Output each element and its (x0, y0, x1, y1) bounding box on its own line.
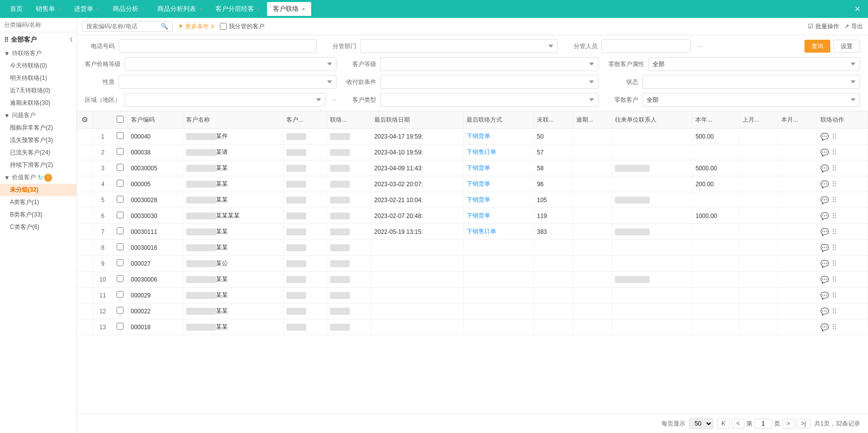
grid-action-icon[interactable]: ⠿ (832, 244, 837, 252)
grid-action-icon[interactable]: ⠿ (832, 276, 837, 284)
row-checkbox[interactable] (117, 180, 124, 187)
home-tab[interactable]: 首页 (4, 2, 29, 16)
row-checkbox[interactable] (117, 164, 124, 171)
row-checkbox[interactable] (117, 132, 124, 139)
close-icon[interactable]: × (199, 6, 202, 12)
message-icon[interactable]: 💬 (820, 148, 829, 156)
group-value-customers[interactable]: ▼ 价值客户 ↻ ! (0, 171, 76, 184)
all-customers-title[interactable]: ⠿ 全部客户 《 (0, 32, 76, 47)
first-page-button[interactable]: K (717, 419, 730, 429)
search-icon[interactable]: 🔍 (161, 23, 168, 30)
tab-product-analysis-list[interactable]: 商品分析列表 × (151, 2, 208, 16)
customer-type-select[interactable] (380, 93, 598, 107)
sidebar-item-tomorrow-pending[interactable]: 明天待联络(1) (0, 72, 76, 84)
message-icon[interactable]: 💬 (820, 323, 829, 331)
collapse-icon[interactable]: 《 (67, 36, 72, 44)
retail-attr-select[interactable]: 全部 (648, 57, 860, 71)
grid-action-icon[interactable]: ⠿ (832, 148, 837, 156)
window-close-button[interactable]: × (851, 4, 864, 14)
retail-select[interactable]: 全部 (642, 93, 860, 107)
message-icon[interactable]: 💬 (820, 180, 829, 188)
overdue-column-header[interactable]: 逾期... (573, 111, 612, 129)
message-icon[interactable]: 💬 (820, 212, 829, 220)
sidebar-item-class-a[interactable]: A类客户(1) (0, 196, 76, 209)
batch-ops-button[interactable]: ☑ 批量操作 (808, 22, 839, 31)
grid-action-icon[interactable]: ⠿ (832, 323, 837, 331)
category-search-input[interactable] (4, 21, 77, 28)
last-method-link[interactable]: 下销售订单 (467, 228, 496, 235)
page-number-input[interactable] (754, 419, 772, 429)
grid-action-icon[interactable]: ⠿ (832, 291, 837, 299)
message-icon[interactable]: 💬 (820, 244, 829, 252)
group-problem-customers[interactable]: ▼ 问题客户 (0, 109, 76, 122)
tab-customer-segment[interactable]: 客户分层经客 × (209, 2, 266, 16)
refresh-icon[interactable]: ↻ (38, 174, 43, 181)
sidebar-item-class-b[interactable]: B类客户(33) (0, 209, 76, 221)
row-checkbox[interactable] (117, 323, 124, 330)
message-icon[interactable]: 💬 (820, 291, 829, 299)
tab-sales-order[interactable]: 销售单 × (30, 2, 67, 16)
uncontacted-column-header[interactable]: 未联... (534, 111, 573, 129)
message-icon[interactable]: 💬 (820, 260, 829, 268)
message-icon[interactable]: 💬 (820, 276, 829, 284)
prev-page-button[interactable]: < (732, 419, 744, 429)
settings-icon[interactable]: ⚙ (80, 115, 90, 124)
row-checkbox[interactable] (117, 243, 124, 250)
sidebar-item-declining[interactable]: 持续下滑客户(2) (0, 159, 76, 171)
payment-select[interactable] (380, 75, 598, 89)
last-method-link[interactable]: 下销货单 (467, 164, 490, 171)
level-column-header[interactable]: 客户... (283, 111, 327, 129)
row-checkbox[interactable] (117, 307, 124, 314)
search-input[interactable] (86, 23, 161, 30)
sidebar-item-7day-pending[interactable]: 近7天待联络(0) (0, 84, 76, 97)
last-month-column-header[interactable]: 上月... (739, 111, 778, 129)
sidebar-item-ungrouped[interactable]: 未分组(32) (0, 184, 76, 196)
tab-customer-contact[interactable]: 客户联络 × (267, 2, 311, 16)
next-page-button[interactable]: > (782, 419, 795, 429)
close-icon[interactable]: × (96, 6, 99, 12)
name-column-header[interactable]: 客户名称 (183, 111, 283, 129)
region-select[interactable] (125, 93, 326, 107)
sidebar-item-churned[interactable]: 已流失客户(24) (0, 146, 76, 159)
row-checkbox[interactable] (117, 259, 124, 266)
price-level-select[interactable] (125, 57, 336, 71)
this-year-column-header[interactable]: 本年... (692, 111, 739, 129)
grid-action-icon[interactable]: ⠿ (832, 196, 837, 204)
row-checkbox[interactable] (117, 275, 124, 282)
sidebar-item-today-pending[interactable]: 今天待联络(0) (0, 60, 76, 72)
sidebar-item-overdue-uncontacted[interactable]: 逾期未联络(30) (0, 97, 76, 109)
sidebar-item-churn-warning[interactable]: 流失预警客户(3) (0, 134, 76, 146)
more-conditions-button[interactable]: ▼ 更多条件 ∧ (178, 22, 215, 31)
last-method-link[interactable]: 下销货单 (467, 212, 490, 219)
row-checkbox[interactable] (117, 196, 124, 203)
grid-action-icon[interactable]: ⠿ (832, 307, 837, 315)
export-button[interactable]: ↗ 导出 (844, 22, 863, 31)
row-checkbox[interactable] (117, 212, 124, 218)
settings-column-header[interactable]: ⚙ (77, 111, 93, 129)
group-pending-contact[interactable]: ▼ 待联络客户 (0, 47, 76, 60)
message-icon[interactable]: 💬 (820, 228, 829, 236)
message-icon[interactable]: 💬 (820, 133, 829, 141)
select-all-checkbox[interactable] (117, 116, 124, 123)
grid-action-icon[interactable]: ⠿ (832, 212, 837, 220)
last-page-button[interactable]: >| (797, 419, 810, 429)
last-method-link[interactable]: 下销货单 (467, 196, 490, 203)
tab-purchase-order[interactable]: 进货单 × (68, 2, 105, 16)
last-method-link[interactable]: 下销货单 (467, 180, 490, 187)
page-size-select[interactable]: 50 (689, 418, 713, 429)
status-select[interactable] (642, 75, 860, 89)
close-icon[interactable]: × (302, 6, 305, 12)
row-checkbox[interactable] (117, 148, 124, 155)
sidebar-item-hoard-anomaly[interactable]: 囤购异常客户(2) (0, 122, 76, 134)
close-icon[interactable]: × (141, 6, 144, 12)
grid-action-icon[interactable]: ⠿ (832, 228, 837, 236)
customer-level-select[interactable] (380, 57, 598, 71)
query-button[interactable]: 查询 (804, 40, 830, 53)
unit-contact-column-header[interactable]: 往来单位联系人 (612, 111, 692, 129)
last-method-link[interactable]: 下销货单 (467, 133, 490, 140)
reset-button[interactable]: 设置 (833, 40, 860, 53)
grid-action-icon[interactable]: ⠿ (832, 180, 837, 188)
last-method-column-header[interactable]: 最后联络方式 (463, 111, 534, 129)
nature-select[interactable] (119, 75, 336, 89)
more-icon[interactable]: ··· (697, 43, 702, 50)
